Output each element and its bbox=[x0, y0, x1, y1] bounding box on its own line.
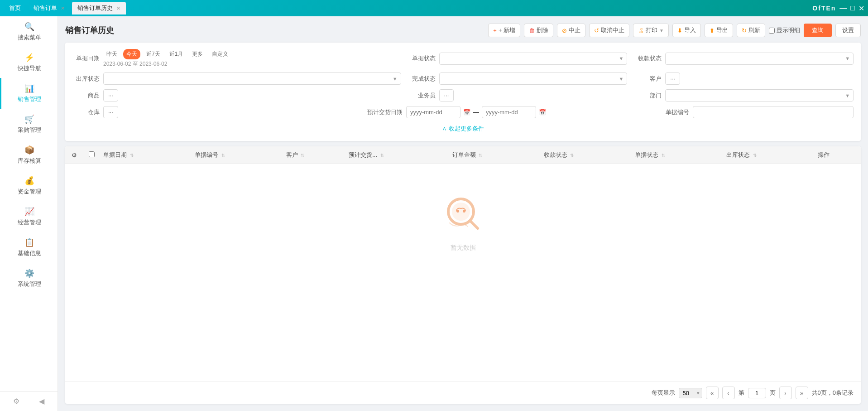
prev-page-button[interactable]: ‹ bbox=[722, 387, 735, 399]
filter-item-order-number: 单据编号 bbox=[662, 106, 854, 118]
maximize-button[interactable]: □ bbox=[850, 4, 855, 12]
page-size-label: 每页显示 bbox=[652, 389, 675, 397]
delivery-date-to-input[interactable] bbox=[482, 106, 536, 118]
sort-customer-icon: ⇅ bbox=[301, 153, 304, 158]
export-button[interactable]: ⬆ 导出 bbox=[705, 24, 733, 37]
last-page-button[interactable]: » bbox=[796, 387, 808, 399]
cancel-stop-label: 取消中止 bbox=[601, 26, 624, 34]
page-title-bar: 销售订单历史 + + 新增 🗑 删除 ⊘ 中止 ↺ 取消中止 bbox=[65, 24, 861, 37]
import-icon: ⬇ bbox=[677, 27, 682, 34]
add-button[interactable]: + + 新增 bbox=[488, 24, 520, 37]
select-all-checkbox[interactable] bbox=[89, 151, 95, 157]
th-delivery-label: 预计交货... bbox=[349, 151, 377, 158]
order-number-input[interactable] bbox=[693, 106, 854, 118]
export-icon: ⬆ bbox=[710, 27, 715, 34]
sidebar-item-operation[interactable]: 📈 经营管理 bbox=[0, 201, 58, 232]
warehouse-select-button[interactable]: ··· bbox=[103, 106, 118, 118]
date-1month[interactable]: 近1月 bbox=[166, 49, 187, 59]
date-custom[interactable]: 自定义 bbox=[209, 49, 231, 59]
th-settings[interactable]: ⚙ bbox=[65, 146, 83, 164]
refresh-button[interactable]: ↻ 刷新 bbox=[737, 24, 765, 37]
sidebar-item-basic[interactable]: 📋 基础信息 bbox=[0, 232, 58, 263]
sidebar-item-system-label: 系统管理 bbox=[18, 280, 41, 288]
import-button[interactable]: ⬇ 导入 bbox=[672, 24, 701, 37]
display-columns-checkbox[interactable]: 显示明细 bbox=[769, 26, 800, 34]
salesperson-select-button[interactable]: ··· bbox=[439, 89, 454, 102]
tab-sales-history[interactable]: 销售订单历史 ✕ bbox=[72, 2, 126, 15]
order-status-select[interactable] bbox=[439, 53, 628, 65]
customer-select-button[interactable]: ··· bbox=[665, 73, 680, 85]
top-bar: 首页 销售订单 ✕ 销售订单历史 ✕ OfTEn — □ ✕ bbox=[0, 0, 868, 16]
empty-icon bbox=[441, 191, 486, 237]
page-size-select[interactable]: 10 20 50 100 bbox=[679, 388, 702, 398]
th-checkbox[interactable] bbox=[83, 146, 100, 164]
sidebar-item-quick-nav[interactable]: ⚡ 快捷导航 bbox=[0, 47, 58, 78]
delete-button[interactable]: 🗑 删除 bbox=[524, 24, 553, 37]
cancel-stop-button[interactable]: ↺ 取消中止 bbox=[589, 24, 629, 37]
tab-home[interactable]: 首页 bbox=[4, 2, 26, 15]
settings-label: 设置 bbox=[842, 27, 854, 34]
sidebar-item-purchase[interactable]: 🛒 采购管理 bbox=[0, 109, 58, 140]
th-order-status[interactable]: 单据状态 ⇅ bbox=[631, 146, 723, 164]
sidebar-item-finance[interactable]: 💰 资金管理 bbox=[0, 170, 58, 201]
warehouse-control: ··· bbox=[103, 106, 360, 118]
sidebar-item-system[interactable]: ⚙️ 系统管理 bbox=[0, 263, 58, 294]
first-page-button[interactable]: « bbox=[706, 387, 719, 399]
th-payment-status[interactable]: 收款状态 ⇅ bbox=[540, 146, 632, 164]
print-button[interactable]: 🖨 打印 ▼ bbox=[633, 24, 669, 37]
department-select[interactable] bbox=[665, 89, 854, 102]
display-columns-input[interactable] bbox=[769, 28, 775, 34]
sort-number-icon: ⇅ bbox=[221, 153, 225, 158]
close-sales-history-icon[interactable]: ✕ bbox=[116, 5, 120, 11]
tab-sales-order[interactable]: 销售订单 ✕ bbox=[28, 2, 70, 15]
collapse-bar[interactable]: ∧ 收起更多条件 bbox=[72, 123, 854, 135]
th-date-label: 单据日期 bbox=[103, 151, 127, 158]
minimize-button[interactable]: — bbox=[839, 4, 847, 12]
sidebar-item-sales[interactable]: 📊 销售管理 bbox=[0, 78, 58, 109]
next-page-icon: › bbox=[784, 390, 786, 396]
product-control: ··· bbox=[103, 89, 401, 102]
delivery-date-label: 预计交货日期 bbox=[367, 108, 403, 116]
warehouse-label: 仓库 bbox=[72, 108, 100, 116]
purchase-icon: 🛒 bbox=[24, 114, 34, 124]
query-label: 查询 bbox=[812, 27, 824, 34]
completion-status-select[interactable] bbox=[439, 73, 628, 85]
date-today[interactable]: 今天 bbox=[123, 49, 140, 59]
sidebar-item-inventory[interactable]: 📦 库存核算 bbox=[0, 140, 58, 170]
settings-button[interactable]: 设置 bbox=[835, 24, 861, 37]
outbound-status-select[interactable] bbox=[103, 73, 401, 85]
next-page-button[interactable]: › bbox=[779, 387, 792, 399]
th-customer[interactable]: 客户 ⇅ bbox=[283, 146, 345, 164]
completion-status-control: ▼ bbox=[439, 73, 628, 85]
delivery-date-from-input[interactable] bbox=[406, 106, 460, 118]
sidebar-item-inventory-label: 库存核算 bbox=[18, 157, 41, 165]
date-7days[interactable]: 近7天 bbox=[143, 49, 163, 59]
add-label: + 新增 bbox=[499, 26, 515, 34]
close-sales-order-icon[interactable]: ✕ bbox=[61, 5, 65, 11]
th-delivery[interactable]: 预计交货... ⇅ bbox=[345, 146, 448, 164]
query-button[interactable]: 查询 bbox=[804, 24, 832, 37]
th-number[interactable]: 单据编号 ⇅ bbox=[191, 146, 283, 164]
stop-button[interactable]: ⊘ 中止 bbox=[557, 24, 585, 37]
date-yesterday[interactable]: 昨天 bbox=[103, 49, 120, 59]
th-amount-label: 订单金额 bbox=[452, 151, 476, 158]
department-control: ▼ bbox=[665, 89, 854, 102]
table-card: ⚙ 单据日期 ⇅ 单据编号 ⇅ 客户 bbox=[65, 146, 861, 404]
date-more[interactable]: 更多 bbox=[189, 49, 206, 59]
table-header-row: ⚙ 单据日期 ⇅ 单据编号 ⇅ 客户 bbox=[65, 146, 861, 164]
filter-row-1: 单据日期 昨天 今天 近7天 近1月 更多 自定义 2023-06-02 至 2… bbox=[72, 49, 854, 68]
payment-status-select[interactable] bbox=[665, 53, 854, 65]
page-number-input[interactable] bbox=[748, 388, 766, 398]
sort-payment-status-icon: ⇅ bbox=[570, 153, 574, 158]
customer-control: ··· bbox=[665, 73, 854, 85]
th-date[interactable]: 单据日期 ⇅ bbox=[100, 146, 191, 164]
th-outbound-status[interactable]: 出库状态 ⇅ bbox=[723, 146, 814, 164]
sidebar-settings-icon[interactable]: ⚙ bbox=[13, 397, 19, 406]
product-select-button[interactable]: ··· bbox=[103, 89, 118, 102]
stop-icon: ⊘ bbox=[562, 27, 567, 34]
window-close-button[interactable]: ✕ bbox=[858, 4, 864, 13]
sidebar-item-search-menu[interactable]: 🔍 搜索菜单 bbox=[0, 16, 58, 47]
th-amount[interactable]: 订单金额 ⇅ bbox=[449, 146, 540, 164]
first-page-icon: « bbox=[710, 390, 714, 396]
sidebar-collapse-icon[interactable]: ◀ bbox=[39, 397, 44, 406]
